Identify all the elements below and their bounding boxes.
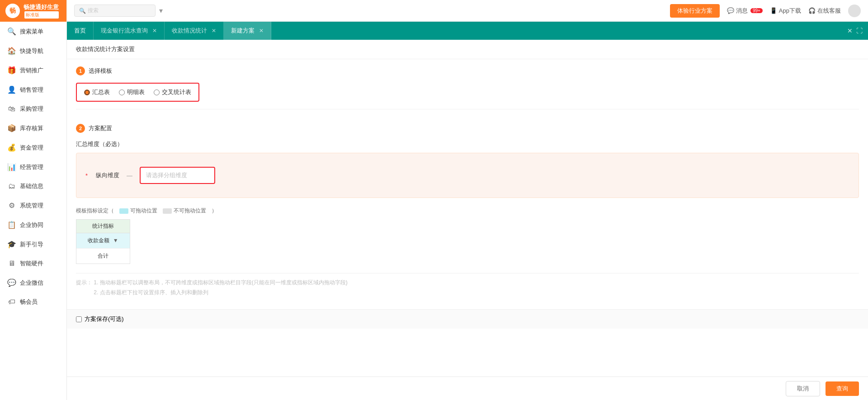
sidebar-item-sales[interactable]: 👤 销售管理 [0,80,66,99]
indicator-grid: 统计指标 收款金额 ▼ 合计 [76,219,859,264]
sidebar-item-label: 智能硬件 [20,259,43,268]
sidebar-item-hardware[interactable]: 🖥 智能硬件 [0,254,66,273]
sidebar-item-label: 畅会员 [20,298,38,306]
sidebar-item-guide[interactable]: 🎓 新手引导 [0,235,66,254]
sidebar-item-finance[interactable]: 💰 资金管理 [0,138,66,157]
tab-new-plan[interactable]: 新建方案 ✕ [224,22,271,40]
tab-receipt-stats-label: 收款情况统计 [172,27,207,35]
tab-home[interactable]: 首页 [67,22,94,40]
sidebar-item-label: 新手引导 [20,240,43,249]
tips-section: 提示： 1. 拖动标题栏可以调整布局，不可跨维度或指标区域拖动栏目字段(只能在同… [76,273,859,302]
template-option-summary-label: 汇总表 [92,88,110,96]
search-box[interactable]: 🔍 搜索 [74,5,156,17]
tab-home-label: 首页 [74,27,86,35]
industry-btn[interactable]: 体验行业方案 [670,4,720,18]
indicator-col-header: 统计指标 [76,220,130,233]
step1-section: 1 选择模板 汇总表 明细表 交叉统计表 [67,59,868,109]
logo-text: 畅捷通好生意 [24,3,59,11]
search-icon: 🔍 [7,27,16,36]
sidebar-item-label: 基础信息 [20,182,43,190]
vertical-dimension-label: 纵向维度 [96,171,119,179]
tab-close-bank[interactable]: ✕ [152,28,157,34]
notification-label: 消息 [736,7,748,15]
tab-close-receipt[interactable]: ✕ [212,28,216,34]
dropdown-icon[interactable]: ▾ [159,6,163,15]
notification-btn[interactable]: 💬 消息 99+ [727,7,763,15]
sidebar-item-purchase[interactable]: 🛍 采购管理 [0,99,66,118]
sidebar-item-quick-nav[interactable]: 🏠 快捷导航 [0,41,66,61]
page-title: 收款情况统计方案设置 [76,46,135,52]
sidebar-item-basic[interactable]: 🗂 基础信息 [0,177,66,196]
sidebar-item-label: 快捷导航 [20,47,43,55]
indicator-header: 模板指标设定（ 可拖动位置 不可拖动位置 ） [76,207,859,215]
close-win-btn[interactable]: ✕ [847,27,853,34]
breadcrumb-search: 🔍 搜索 ▾ [74,5,663,17]
guide-icon: 🎓 [7,240,16,249]
dropdown-arrow-icon[interactable]: ▼ [113,237,118,244]
tag-icon: 🏷 [7,298,16,306]
tab-new-plan-label: 新建方案 [231,27,255,35]
sidebar-item-marketing[interactable]: 🎁 营销推广 [0,61,66,80]
collab-icon: 📋 [7,221,16,229]
support-btn[interactable]: 🎧 在线客服 [808,7,841,15]
download-icon: 📱 [770,7,777,14]
template-select: 汇总表 明细表 交叉统计表 [76,83,199,102]
sidebar-item-label: 库存核算 [20,124,43,132]
save-option: 方案保存(可选) [67,309,868,329]
save-checkbox[interactable] [76,316,82,322]
tab-close-new-plan[interactable]: ✕ [259,28,264,34]
sidebar-item-member[interactable]: 🏷 畅会员 [0,292,66,311]
tab-bank-flow[interactable]: 现金银行流水查询 ✕ [94,22,165,40]
divider1 [76,109,859,109]
dimension-select[interactable]: 请选择分组维度 [140,167,215,184]
template-radio-detail[interactable] [119,89,125,95]
sidebar-item-wechat[interactable]: 💬 企业微信 [0,273,66,292]
step2-num: 2 [76,124,85,133]
step1-label: 选择模板 [89,67,112,75]
subsection-title: 汇总维度（必选） [76,140,859,148]
expand-win-btn[interactable]: ⛶ [856,27,863,34]
download-btn[interactable]: 📱 App下载 [770,7,801,15]
sidebar-item-operation[interactable]: 📊 经营管理 [0,157,66,177]
draggable-legend: 可拖动位置 [119,207,157,215]
tip1: 提示： 1. 拖动标题栏可以调整布局，不可跨维度或指标区域拖动栏目字段(只能在同… [76,278,859,288]
tab-receipt-stats[interactable]: 收款情况统计 ✕ [165,22,224,40]
sidebar-logo: 畅 畅捷通好生意 标准版 [0,0,66,22]
notification-badge: 99+ [750,8,763,13]
template-radio-cross[interactable] [154,89,160,95]
avatar[interactable] [848,5,861,17]
cancel-button[interactable]: 取消 [786,381,820,396]
sidebar-item-stock[interactable]: 📦 库存核算 [0,118,66,138]
dimension-row: * 纵向维度 — 请选择分组维度 [85,167,215,184]
bag-icon: 🛍 [7,105,16,113]
device-icon: 🖥 [7,259,16,268]
indicator-cell-amount[interactable]: 收款金额 ▼ [76,233,130,249]
top-header: 🔍 搜索 ▾ 体验行业方案 💬 消息 99+ 📱 App下载 🎧 在线客服 [67,0,868,22]
sidebar-item-label: 采购管理 [20,105,43,113]
template-radio-summary[interactable] [84,89,90,95]
step2-section: 2 方案配置 汇总维度（必选） * 纵向维度 — 请选择分组维度 [67,117,868,309]
search-icon: 🔍 [79,8,86,14]
box-icon: 📦 [7,124,16,132]
arrow-icon: — [127,172,132,179]
template-option-summary[interactable]: 汇总表 [84,88,110,96]
drag-label: 可拖动位置 [130,207,157,215]
sidebar-item-label: 系统管理 [20,202,43,210]
template-option-cross-label: 交叉统计表 [162,88,191,96]
template-option-detail[interactable]: 明细表 [119,88,145,96]
template-option-cross[interactable]: 交叉统计表 [154,88,191,96]
chat-icon: 💬 [7,278,16,287]
bottom-bar: 取消 查询 [67,376,868,400]
chart-icon: 📊 [7,163,16,171]
sidebar-item-corp[interactable]: 📋 企业协同 [0,215,66,235]
person-icon: 👤 [7,85,16,94]
query-button[interactable]: 查询 [826,381,859,396]
download-label: App下载 [779,7,801,15]
indicator-section: 模板指标设定（ 可拖动位置 不可拖动位置 ） 统计指标 [76,207,859,264]
sidebar-item-system[interactable]: ⚙ 系统管理 [0,196,66,215]
folder-icon: 🗂 [7,182,16,190]
sidebar-item-label: 经营管理 [20,163,43,171]
tip2: 提示： 2. 点击标题栏下拉可设置排序、插入列和删除列 [76,288,859,298]
tip-label: 提示： [76,279,92,286]
sidebar-item-search[interactable]: 🔍 搜索菜单 [0,22,66,41]
